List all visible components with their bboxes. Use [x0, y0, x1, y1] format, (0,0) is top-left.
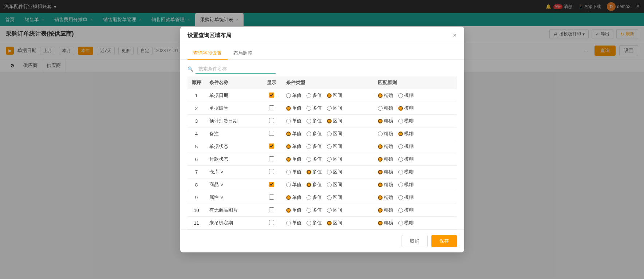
dialog-tab-fields[interactable]: 查询字段设置	[187, 47, 228, 60]
dialog-overlay: 设置查询区域布局 × 查询字段设置 布局调整 🔍 顺序 条件名称	[0, 0, 644, 72]
dialog-title: 设置查询区域布局	[187, 32, 231, 39]
dialog-search-bar: 🔍	[180, 60, 464, 72]
dialog: 设置查询区域布局 × 查询字段设置 布局调整 🔍 顺序 条件名称	[180, 27, 464, 72]
dialog-close-button[interactable]: ×	[453, 32, 457, 39]
dialog-tab-layout-label: 布局调整	[233, 50, 252, 56]
dialog-tab-fields-label: 查询字段设置	[193, 50, 222, 56]
dialog-tab-layout[interactable]: 布局调整	[228, 47, 258, 60]
dialog-header: 设置查询区域布局 ×	[180, 27, 464, 43]
search-icon: 🔍	[187, 66, 193, 72]
search-input[interactable]	[195, 64, 276, 72]
dialog-tabs: 查询字段设置 布局调整	[180, 43, 464, 60]
